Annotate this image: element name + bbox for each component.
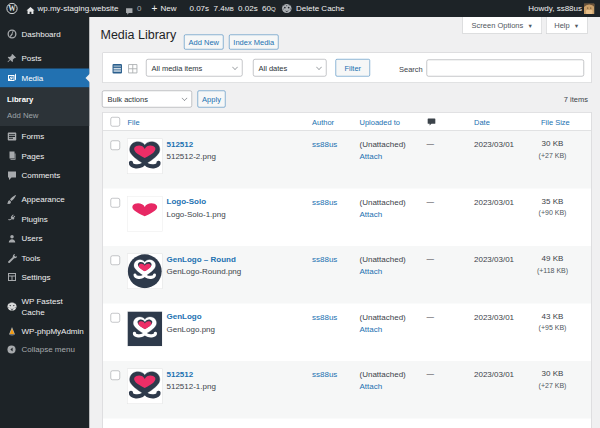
svg-text:W: W: [8, 4, 16, 13]
